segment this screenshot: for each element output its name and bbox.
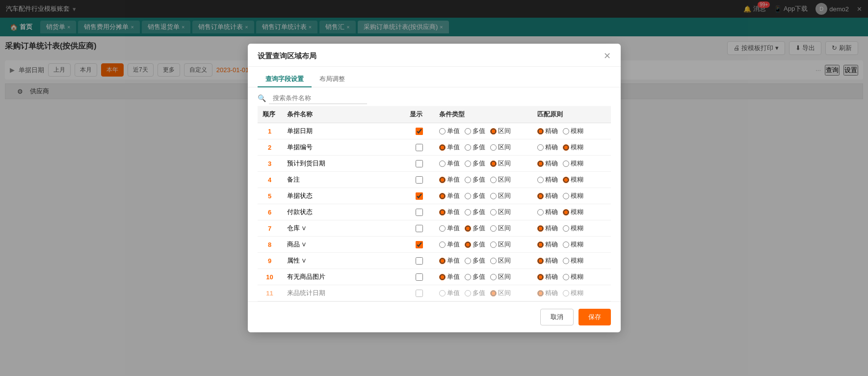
row-show-5[interactable] xyxy=(405,188,434,204)
row-match-10: 精确模糊 xyxy=(532,269,611,285)
type-radio-多值-row-5[interactable]: 多值 xyxy=(465,191,485,200)
row-show-1[interactable] xyxy=(405,123,434,139)
type-radio-单值-row-1[interactable]: 单值 xyxy=(439,127,460,135)
row-show-10[interactable] xyxy=(405,269,434,285)
checkbox-row-7[interactable] xyxy=(416,225,423,232)
match-radio-模糊-row-7[interactable]: 模糊 xyxy=(563,224,583,233)
match-radio-模糊-row-9[interactable]: 模糊 xyxy=(563,256,583,265)
row-show-3[interactable] xyxy=(405,156,434,172)
type-radio-单值-row-10[interactable]: 单值 xyxy=(439,272,460,281)
type-radio-多值-row-9[interactable]: 多值 xyxy=(465,256,485,265)
row-show-11[interactable] xyxy=(405,285,434,301)
type-radio-单值-row-8[interactable]: 单值 xyxy=(439,240,460,249)
row-show-7[interactable] xyxy=(405,220,434,237)
match-radio-精确-row-6[interactable]: 精确 xyxy=(537,208,558,216)
checkbox-row-11[interactable] xyxy=(416,290,423,297)
type-radio-多值-row-2[interactable]: 多值 xyxy=(465,143,485,152)
type-radio-区间-row-7[interactable]: 区间 xyxy=(490,224,511,233)
row-match-5: 精确模糊 xyxy=(532,188,611,204)
type-radio-单值-row-5[interactable]: 单值 xyxy=(439,191,460,200)
type-radio-区间-row-8[interactable]: 区间 xyxy=(490,240,511,249)
match-radio-精确-row-2[interactable]: 精确 xyxy=(537,143,558,152)
match-radio-精确-row-7[interactable]: 精确 xyxy=(537,224,558,233)
type-radio-单值-row-3[interactable]: 单值 xyxy=(439,159,460,168)
row-show-6[interactable] xyxy=(405,204,434,220)
type-radio-多值-row-4[interactable]: 多值 xyxy=(465,175,485,184)
match-radio-精确-row-11[interactable]: 精确 xyxy=(537,289,558,297)
checkbox-row-8[interactable] xyxy=(416,241,423,248)
dialog-tab-layout[interactable]: 布局调整 xyxy=(312,72,353,87)
match-radio-精确-row-1[interactable]: 精确 xyxy=(537,127,558,135)
row-show-4[interactable] xyxy=(405,172,434,188)
type-radio-单值-row-6[interactable]: 单值 xyxy=(439,208,460,216)
type-radio-区间-row-11[interactable]: 区间 xyxy=(490,289,511,297)
checkbox-row-1[interactable] xyxy=(416,128,423,135)
match-radio-模糊-row-4[interactable]: 模糊 xyxy=(563,175,583,184)
type-radio-单值-row-11[interactable]: 单值 xyxy=(439,289,460,297)
row-type-10: 单值多值区间 xyxy=(434,269,532,285)
cancel-button[interactable]: 取消 xyxy=(540,309,574,325)
type-radio-多值-row-1[interactable]: 多值 xyxy=(465,127,485,135)
match-radio-模糊-row-10[interactable]: 模糊 xyxy=(563,272,583,281)
type-radio-多值-row-10[interactable]: 多值 xyxy=(465,272,485,281)
type-radio-区间-row-9[interactable]: 区间 xyxy=(490,256,511,265)
dialog-close-button[interactable]: ✕ xyxy=(604,51,611,61)
type-radio-多值-row-6[interactable]: 多值 xyxy=(465,208,485,216)
match-radio-精确-row-9[interactable]: 精确 xyxy=(537,256,558,265)
checkbox-row-6[interactable] xyxy=(416,209,423,216)
col-header-match: 匹配原则 xyxy=(532,106,611,123)
match-radio-模糊-row-2[interactable]: 模糊 xyxy=(563,143,583,152)
type-radio-区间-row-5[interactable]: 区间 xyxy=(490,191,511,200)
checkbox-row-5[interactable] xyxy=(416,192,423,200)
match-radio-模糊-row-6[interactable]: 模糊 xyxy=(563,208,583,216)
type-radio-区间-row-1[interactable]: 区间 xyxy=(490,127,511,135)
table-row: 2单据编号单值多值区间精确模糊 xyxy=(258,139,611,156)
type-radio-区间-row-10[interactable]: 区间 xyxy=(490,272,511,281)
type-radio-区间-row-6[interactable]: 区间 xyxy=(490,208,511,216)
table-row: 1单据日期单值多值区间精确模糊 xyxy=(258,123,611,139)
type-radio-多值-row-7[interactable]: 多值 xyxy=(465,224,485,233)
type-radio-区间-row-4[interactable]: 区间 xyxy=(490,175,511,184)
row-show-9[interactable] xyxy=(405,253,434,269)
row-match-6: 精确模糊 xyxy=(532,204,611,220)
dialog-tab-query-fields[interactable]: 查询字段设置 xyxy=(258,72,312,87)
row-show-2[interactable] xyxy=(405,139,434,156)
checkbox-row-9[interactable] xyxy=(416,257,423,265)
checkbox-row-4[interactable] xyxy=(416,176,423,184)
type-radio-单值-row-4[interactable]: 单值 xyxy=(439,175,460,184)
match-radio-精确-row-4[interactable]: 精确 xyxy=(537,175,558,184)
match-radio-精确-row-8[interactable]: 精确 xyxy=(537,240,558,249)
checkbox-row-10[interactable] xyxy=(416,273,423,281)
type-radio-区间-row-3[interactable]: 区间 xyxy=(490,159,511,168)
checkbox-row-2[interactable] xyxy=(416,144,423,151)
table-row: 6付款状态单值多值区间精确模糊 xyxy=(258,204,611,220)
row-match-9: 精确模糊 xyxy=(532,253,611,269)
match-radio-模糊-row-8[interactable]: 模糊 xyxy=(563,240,583,249)
row-match-4: 精确模糊 xyxy=(532,172,611,188)
match-radio-精确-row-5[interactable]: 精确 xyxy=(537,191,558,200)
row-name-5: 单据状态 xyxy=(282,188,405,204)
dialog-footer: 取消 保存 xyxy=(248,301,621,332)
match-radio-模糊-row-5[interactable]: 模糊 xyxy=(563,191,583,200)
type-radio-多值-row-11[interactable]: 多值 xyxy=(465,289,485,297)
checkbox-row-3[interactable] xyxy=(416,160,423,167)
dialog-table-wrapper: 顺序 条件名称 显示 条件类型 匹配原则 1单据日期单值多值区间精确模糊2单据编… xyxy=(248,106,621,301)
type-radio-单值-row-7[interactable]: 单值 xyxy=(439,224,460,233)
match-radio-模糊-row-3[interactable]: 模糊 xyxy=(563,159,583,168)
match-radio-模糊-row-1[interactable]: 模糊 xyxy=(563,127,583,135)
type-radio-区间-row-2[interactable]: 区间 xyxy=(490,143,511,152)
match-radio-精确-row-3[interactable]: 精确 xyxy=(537,159,558,168)
row-show-8[interactable] xyxy=(405,237,434,253)
row-match-3: 精确模糊 xyxy=(532,156,611,172)
row-type-8: 单值多值区间 xyxy=(434,237,532,253)
search-input[interactable] xyxy=(269,92,367,104)
match-radio-模糊-row-11[interactable]: 模糊 xyxy=(563,289,583,297)
type-radio-多值-row-3[interactable]: 多值 xyxy=(465,159,485,168)
save-button[interactable]: 保存 xyxy=(579,309,611,325)
match-radio-精确-row-10[interactable]: 精确 xyxy=(537,272,558,281)
row-order-6: 6 xyxy=(258,204,282,220)
type-radio-单值-row-2[interactable]: 单值 xyxy=(439,143,460,152)
type-radio-单值-row-9[interactable]: 单值 xyxy=(439,256,460,265)
row-name-8: 商品 ∨ xyxy=(282,237,405,253)
type-radio-多值-row-8[interactable]: 多值 xyxy=(465,240,485,249)
